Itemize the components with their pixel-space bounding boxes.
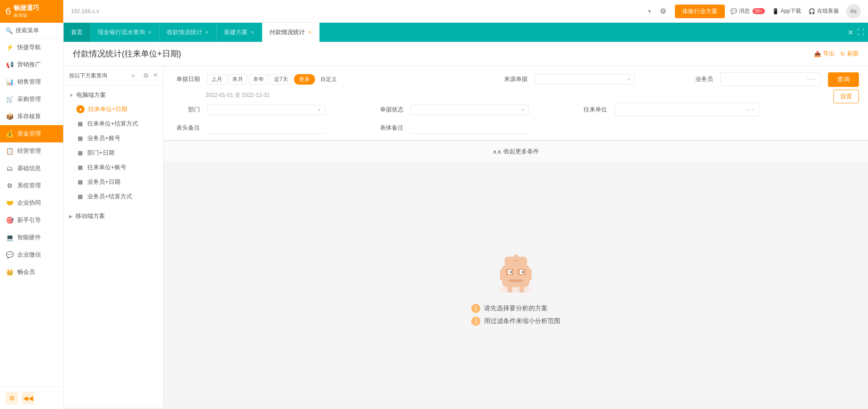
main-content: 付款情况统计(往来单位+日期) 📤 导出 ↻ 刷新 按以下方案查询 +: [64, 42, 868, 409]
query-button[interactable]: 查询: [828, 72, 859, 87]
topbar-gear-icon[interactable]: ⚙: [657, 5, 669, 18]
inventory-icon: 📦: [5, 112, 14, 121]
mobile-scheme-group-header[interactable]: ▶ 移动端方案: [64, 209, 163, 223]
sidebar-item-system[interactable]: ⚙ 系统管理: [0, 177, 63, 194]
sidebar-item-finance[interactable]: 💰 资金管理: [0, 125, 63, 142]
svg-rect-10: [528, 269, 532, 280]
status-select[interactable]: ▾: [411, 105, 529, 115]
tab-income[interactable]: 收款情况统计 ✕: [160, 23, 217, 42]
filter-row-1: 单据日期 上月 本月 本年 近7天 更多 自定义: [173, 72, 821, 86]
sidebar-item-operation[interactable]: 📋 经营管理: [0, 142, 63, 160]
date-label: 单据日期: [173, 75, 200, 83]
trial-button[interactable]: 体验行业方案: [675, 5, 725, 18]
tab-close-all-btn[interactable]: ✕: [848, 28, 853, 37]
sidebar-item-enterprise[interactable]: 🤝 企业协同: [0, 194, 63, 212]
tab-bank-close[interactable]: ✕: [148, 30, 152, 35]
body-layout: 按以下方案查询 + ⚙ « ▼ 电脑端方案 ● 往来单位+日期: [64, 66, 868, 408]
empty-state: 1 请先选择要分析的方案 2 用过滤条件来缩小分析范围: [164, 162, 868, 408]
page-title: 付款情况统计(往来单位+日期): [73, 48, 181, 59]
body-note-label: 表体备注: [376, 124, 404, 132]
scheme-add-btn[interactable]: +: [128, 71, 138, 81]
date-btn-last-month[interactable]: 上月: [207, 74, 226, 85]
svg-point-14: [514, 254, 518, 259]
refresh-btn[interactable]: ↻ 刷新: [840, 50, 859, 58]
partner-settle-icon: ▦: [76, 120, 84, 127]
topbar-dropdown-arrow[interactable]: ▾: [648, 8, 651, 15]
message-btn[interactable]: 💬 消息 99+: [730, 7, 765, 15]
tab-income-close[interactable]: ✕: [205, 30, 209, 35]
tab-new[interactable]: 新建方案 ✕: [217, 23, 262, 42]
scheme-item-staff-settle[interactable]: ▦ 业务员+结算方式: [64, 189, 163, 204]
mobile-scheme-group: ▶ 移动端方案: [64, 207, 163, 226]
empty-illustration: [489, 244, 543, 298]
date-btn-more[interactable]: 更多: [294, 74, 315, 85]
sidebar-item-guide[interactable]: 🎯 新手引导: [0, 212, 63, 229]
staff-select-dots[interactable]: ···: [807, 75, 816, 83]
sidebar-item-marketing[interactable]: 📢 营销推广: [0, 56, 63, 73]
staff-select[interactable]: ···: [720, 72, 821, 86]
source-label: 来源单据: [500, 75, 528, 83]
collapse-chevron-icon: ∧∧: [493, 148, 502, 155]
partner-select-dots[interactable]: ···: [746, 106, 755, 114]
sidebar-item-sales[interactable]: 📊 销售管理: [0, 73, 63, 91]
sidebar-item-wechat[interactable]: 💬 企业微信: [0, 246, 63, 263]
collapse-conditions-btn[interactable]: ∧∧ 收起更多条件: [173, 144, 859, 159]
scheme-collapse-btn[interactable]: «: [154, 71, 158, 81]
body-note-input[interactable]: [411, 122, 529, 134]
left-panel: 按以下方案查询 + ⚙ « ▼ 电脑端方案 ● 往来单位+日期: [64, 66, 164, 408]
date-btn-custom[interactable]: 自定义: [317, 75, 340, 84]
staff-date-icon: ▦: [76, 178, 84, 186]
sidebar-item-member[interactable]: 👑 畅会员: [0, 263, 63, 281]
app-download-btn[interactable]: 📱 App下载: [772, 7, 801, 15]
scheme-item-partner-account[interactable]: ▦ 往来单位+账号: [64, 160, 163, 175]
svg-rect-11: [508, 286, 512, 293]
partner-select[interactable]: ···: [614, 103, 760, 116]
svg-point-6: [510, 271, 512, 273]
date-btn-this-year[interactable]: 本年: [249, 74, 268, 85]
topbar: 192.168.x.x ▾ ⚙ 体验行业方案 💬 消息 99+ 📱 App下载 …: [64, 0, 868, 23]
filter-settings-button[interactable]: 设置: [833, 90, 859, 103]
tab-payment-close[interactable]: ✕: [308, 30, 312, 35]
left-panel-icons: + ⚙ «: [128, 71, 158, 81]
staff-settle-icon: ▦: [76, 193, 84, 200]
scheme-item-dept-date[interactable]: ▦ 部门+日期: [64, 146, 163, 160]
tab-payment[interactable]: 付款情况统计 ✕: [262, 23, 319, 42]
dept-date-icon: ▦: [76, 149, 84, 157]
scheme-item-partner-settle[interactable]: ▦ 往来单位+结算方式: [64, 116, 163, 131]
dept-select[interactable]: ▾: [207, 105, 325, 115]
user-avatar[interactable]: Rit: [846, 4, 861, 19]
sales-icon: 📊: [5, 78, 14, 86]
sidebar-item-basic[interactable]: 🗂 基础信息: [0, 160, 63, 177]
sidebar-item-hardware[interactable]: 💻 智能硬件: [0, 229, 63, 246]
app-icon: 📱: [772, 8, 779, 15]
scheme-item-partner-date[interactable]: ● 往来单位+日期: [64, 102, 163, 116]
desktop-scheme-group: ▼ 电脑端方案 ● 往来单位+日期 ▦ 往来单位+结算方式 ▦ 业务员+账号: [64, 86, 163, 207]
bottom-settings-btn[interactable]: ⚙: [5, 392, 18, 404]
export-btn[interactable]: 📤 导出: [814, 50, 835, 58]
service-btn[interactable]: 🎧 在线客服: [808, 7, 839, 15]
source-select[interactable]: ▾: [535, 74, 635, 85]
desktop-scheme-group-header[interactable]: ▼ 电脑端方案: [64, 88, 163, 102]
search-menu[interactable]: 🔍 搜索菜单: [0, 23, 63, 39]
tab-home[interactable]: 首页: [64, 23, 90, 42]
sidebar-item-inventory[interactable]: 📦 库存核算: [0, 108, 63, 125]
tab-bank[interactable]: 现金银行流水查询 ✕: [90, 23, 160, 42]
sidebar-nav: ⚡ 快捷导航 📢 营销推广 📊 销售管理 🛒 采购管理 📦 库存核算 💰 资金管…: [0, 39, 63, 387]
scheme-item-staff-date[interactable]: ▦ 业务员+日期: [64, 175, 163, 189]
tab-new-close[interactable]: ✕: [250, 30, 254, 35]
search-icon: 🔍: [5, 27, 13, 34]
tip-num-1: 1: [471, 304, 480, 313]
header-note-input[interactable]: [207, 122, 325, 134]
bottom-collapse-btn[interactable]: ◀◀: [22, 392, 35, 404]
tab-expand-btn[interactable]: ⛶: [857, 28, 864, 36]
date-btn-this-month[interactable]: 本月: [228, 74, 247, 85]
scheme-item-staff-account[interactable]: ▦ 业务员+账号: [64, 131, 163, 146]
sidebar-item-purchase[interactable]: 🛒 采购管理: [0, 91, 63, 108]
tip-num-2: 2: [471, 317, 480, 326]
scheme-settings-btn[interactable]: ⚙: [141, 71, 151, 81]
page-header-actions: 📤 导出 ↻ 刷新: [814, 50, 859, 58]
date-buttons: 上月 本月 本年 近7天 更多 自定义: [207, 74, 340, 85]
date-btn-7days[interactable]: 近7天: [270, 74, 292, 85]
dept-label: 部门: [173, 106, 200, 114]
sidebar-item-quick-nav[interactable]: ⚡ 快捷导航: [0, 39, 63, 56]
